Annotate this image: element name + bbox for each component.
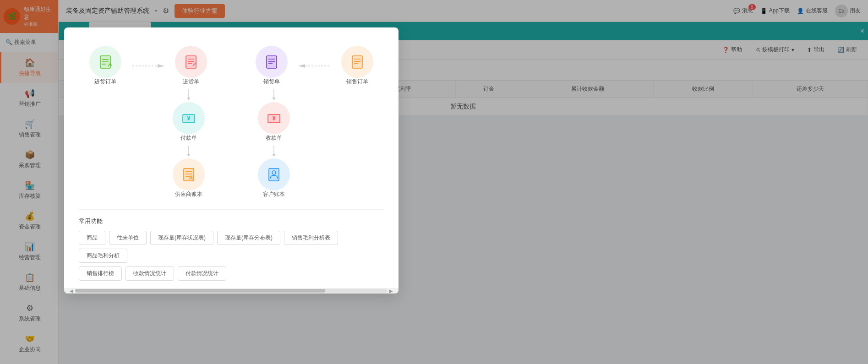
svg-marker-35 xyxy=(187,154,191,157)
arrow-left-1 xyxy=(298,62,330,70)
flow-third-row: 账 供应商账本 xyxy=(79,158,384,198)
purchase-order-col: 进货订单 xyxy=(79,46,132,86)
modal-overlay[interactable]: 进货订单 xyxy=(59,0,868,364)
flow-third-arrows xyxy=(79,146,384,157)
svg-marker-27 xyxy=(272,98,276,100)
svg-text:¥: ¥ xyxy=(273,115,276,122)
receipt-col-arrows xyxy=(246,89,302,100)
receipt-col: ¥ 收款单 xyxy=(246,102,302,142)
scrollbar-thumb xyxy=(75,289,325,293)
payment-col: ¥ 付款单 xyxy=(160,102,217,142)
func-btn-payment-stats[interactable]: 付款情况统计 xyxy=(178,266,226,281)
sales-order-node[interactable] xyxy=(341,46,373,78)
receipt-node[interactable]: ¥ xyxy=(258,102,290,134)
arrow-right-1 xyxy=(132,62,164,70)
flow-diagram: 进货订单 xyxy=(79,38,384,209)
modal-scrollbar: ◀ ▶ xyxy=(64,288,399,293)
scrollbar-left-arrow[interactable]: ◀ xyxy=(68,287,75,293)
svg-marker-6 xyxy=(158,64,164,68)
spacer-c3a xyxy=(136,146,160,157)
customer-arrow xyxy=(246,146,302,157)
svg-rect-12 xyxy=(267,56,277,68)
customer-ledger-node[interactable] xyxy=(258,158,290,190)
flow-second-row: ¥ 付款单 xyxy=(79,102,384,142)
supplier-ledger-col: 账 供应商账本 xyxy=(160,158,217,198)
func-btn-sales-rank[interactable]: 销售排行榜 xyxy=(79,266,122,281)
common-functions: 常用功能 商品 往来单位 现存量(库存状况表) 现存量(库存分布表) 销售毛利分… xyxy=(79,209,384,281)
purchase-bill-col: 进货单 xyxy=(164,46,218,86)
func-btn-product-margin[interactable]: 商品毛利分析 xyxy=(79,249,127,263)
spacer-conn1 xyxy=(136,89,160,100)
sales-bill-node[interactable] xyxy=(256,46,288,78)
svg-rect-19 xyxy=(352,56,362,68)
func-btn-partner[interactable]: 往来单位 xyxy=(109,231,147,245)
func-btn-stock-status[interactable]: 现存量(库存状况表) xyxy=(150,231,213,245)
spacer-c3b xyxy=(302,146,327,157)
func-btn-product[interactable]: 商品 xyxy=(79,231,105,245)
func-btn-sales-margin[interactable]: 销售毛利分析表 xyxy=(284,231,338,245)
purchase-bill-node[interactable] xyxy=(175,46,207,78)
payment-node[interactable]: ¥ xyxy=(173,102,205,134)
spacer-middle xyxy=(217,89,246,100)
flow-top-row: 进货订单 xyxy=(79,46,384,86)
spacer-right xyxy=(327,89,384,100)
scrollbar-track[interactable] xyxy=(75,289,388,293)
modal-body: 进货订单 xyxy=(64,27,399,288)
spacer-m3 xyxy=(217,146,246,157)
flow-middle-arrows xyxy=(79,89,384,100)
func-buttons-row1: 商品 往来单位 现存量(库存状况表) 现存量(库存分布表) 销售毛利分析表 商品… xyxy=(79,231,384,263)
func-btn-receipt-stats[interactable]: 收款情况统计 xyxy=(126,266,174,281)
payment-col-arrows xyxy=(160,89,217,100)
sales-bill-col: 销货单 xyxy=(245,46,298,86)
spacer-conn2 xyxy=(302,89,327,100)
purchase-order-node[interactable] xyxy=(89,46,121,78)
svg-rect-7 xyxy=(186,56,196,68)
supplier-ledger-node[interactable]: 账 xyxy=(173,158,205,190)
scrollbar-right-arrow[interactable]: ▶ xyxy=(388,287,395,293)
flow-modal: 进货订单 xyxy=(64,27,399,293)
svg-text:账: 账 xyxy=(189,175,193,180)
sales-order-col: 销售订单 xyxy=(330,46,384,86)
svg-marker-25 xyxy=(187,98,191,100)
spacer-r3 xyxy=(327,146,384,157)
common-functions-title: 常用功能 xyxy=(79,217,384,225)
spacer-left xyxy=(79,89,136,100)
main-area: 装备及固定资产辅助管理系统 ▾ ⚙ 体验行业方案 💬 消息 6 📱 App下载 … xyxy=(59,0,868,364)
func-btn-stock-dist[interactable]: 现存量(库存分布表) xyxy=(217,231,280,245)
svg-marker-37 xyxy=(272,154,276,157)
customer-ledger-col: 客户账本 xyxy=(246,158,302,198)
supplier-arrow xyxy=(160,146,217,157)
spacer-l3 xyxy=(79,146,136,157)
svg-text:¥: ¥ xyxy=(187,115,191,122)
svg-marker-18 xyxy=(298,64,305,68)
func-buttons-row2: 销售排行榜 收款情况统计 付款情况统计 xyxy=(79,266,384,281)
